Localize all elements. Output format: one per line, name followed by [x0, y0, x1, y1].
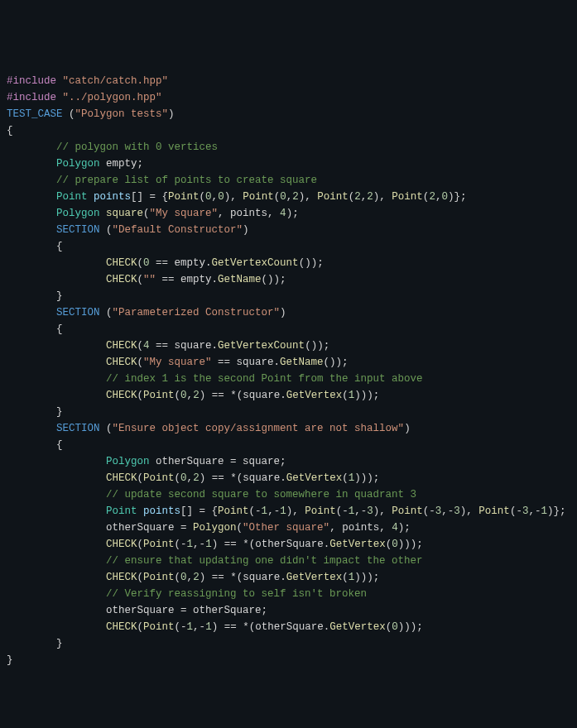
- code-line: CHECK(Point(0,2) == *(square.GetVertex(1…: [7, 387, 570, 404]
- code-line: CHECK(4 == square.GetVertexCount());: [7, 338, 570, 354]
- code-line: Polygon empty;: [7, 156, 570, 172]
- code-line: Polygon otherSquare = square;: [7, 453, 570, 470]
- code-line: SECTION ("Parameterized Constructor"): [7, 304, 570, 321]
- code-line: {: [7, 122, 570, 139]
- code-line: {: [7, 437, 570, 453]
- code-line: // ensure that updating one didn't impac…: [7, 553, 570, 569]
- code-line: CHECK(Point(0,2) == *(square.GetVertex(1…: [7, 470, 570, 486]
- code-line: CHECK(Point(-1,-1) == *(otherSquare.GetV…: [7, 619, 570, 635]
- code-line: // index 1 is the second Point from the …: [7, 371, 570, 387]
- code-line: otherSquare = Polygon("Other square", po…: [7, 520, 570, 536]
- code-line: }: [7, 288, 570, 304]
- code-line: otherSquare = otherSquare;: [7, 602, 570, 619]
- code-line: {: [7, 321, 570, 338]
- code-line: Point points[] = {Point(0,0), Point(0,2)…: [7, 189, 570, 205]
- code-line: // Verify reassigning to self isn't brok…: [7, 586, 570, 602]
- code-line: Point points[] = {Point(-1,-1), Point(-1…: [7, 503, 570, 520]
- code-line: #include "catch/catch.hpp": [7, 73, 570, 89]
- code-line: SECTION ("Default Constructor"): [7, 222, 570, 238]
- code-line: // polygon with 0 vertices: [7, 139, 570, 156]
- code-line: CHECK(0 == empty.GetVertexCount());: [7, 255, 570, 271]
- code-line: CHECK(Point(0,2) == *(square.GetVertex(1…: [7, 569, 570, 586]
- code-line: }: [7, 635, 570, 652]
- code-line: CHECK("" == empty.GetName());: [7, 271, 570, 288]
- code-editor[interactable]: #include "catch/catch.hpp"#include "../p…: [7, 73, 570, 668]
- code-line: {: [7, 238, 570, 255]
- code-line: // update second square to somewhere in …: [7, 486, 570, 503]
- code-line: }: [7, 652, 570, 668]
- code-line: #include "../polygon.hpp": [7, 89, 570, 106]
- code-line: // prepare list of points to create squa…: [7, 172, 570, 189]
- code-line: Polygon square("My square", points, 4);: [7, 205, 570, 222]
- code-line: CHECK("My square" == square.GetName());: [7, 354, 570, 371]
- code-line: CHECK(Point(-1,-1) == *(otherSquare.GetV…: [7, 536, 570, 553]
- code-line: }: [7, 404, 570, 420]
- code-line: SECTION ("Ensure object copy/assignment …: [7, 420, 570, 437]
- code-line: TEST_CASE ("Polygon tests"): [7, 106, 570, 122]
